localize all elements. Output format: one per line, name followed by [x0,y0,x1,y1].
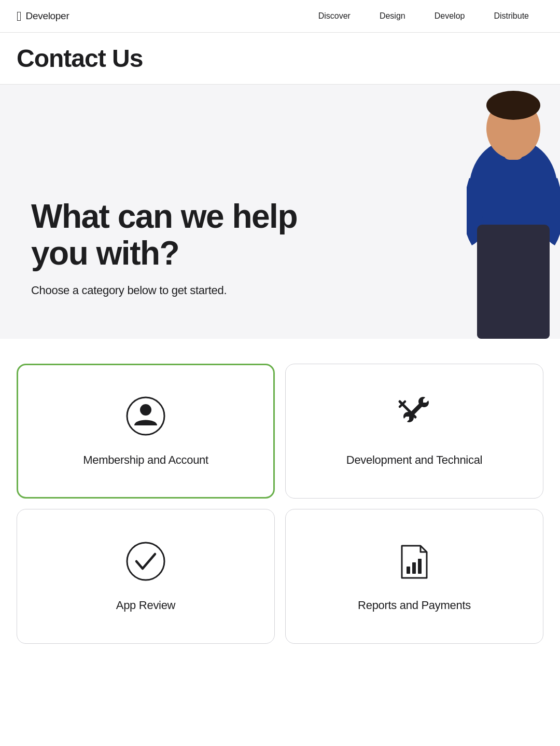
apple-logo-icon:  [17,9,22,23]
hero-title: What can we help you with? [31,198,342,271]
svg-rect-14 [418,559,422,574]
development-icon [394,395,435,439]
svg-point-7 [127,397,164,435]
category-membership-account[interactable]: Membership and Account [17,364,275,499]
hero-content: What can we help you with? Choose a cate… [0,157,560,339]
apple-developer-logo[interactable]:  Developer [17,9,69,23]
categories-section: Membership and Account Development and T… [0,339,560,669]
svg-point-11 [127,543,164,580]
svg-rect-13 [412,562,416,574]
logo-text: Developer [26,10,69,22]
svg-rect-12 [407,567,410,574]
reports-payments-label: Reports and Payments [358,599,471,612]
main-nav: Discover Design Develop Distribute [304,0,543,33]
membership-icon [125,395,166,439]
svg-point-8 [140,404,151,416]
hero-section: What can we help you with? Choose a cate… [0,85,560,339]
membership-account-label: Membership and Account [83,453,208,467]
nav-develop[interactable]: Develop [420,0,480,33]
app-review-label: App Review [116,599,175,612]
app-review-icon [125,541,166,584]
breadcrumb-area: Contact Us [0,33,560,85]
page-title: Contact Us [17,44,543,73]
development-technical-label: Development and Technical [346,453,482,467]
nav-design[interactable]: Design [365,0,420,33]
category-development-technical[interactable]: Development and Technical [285,364,543,499]
svg-point-3 [486,91,540,120]
category-reports-payments[interactable]: Reports and Payments [285,509,543,644]
hero-subtitle: Choose a category below to get started. [31,284,529,297]
category-app-review[interactable]: App Review [17,509,275,644]
reports-payments-icon [394,541,435,584]
categories-grid: Membership and Account Development and T… [17,364,543,644]
nav-discover[interactable]: Discover [304,0,365,33]
header:  Developer Discover Design Develop Dist… [0,0,560,33]
nav-distribute[interactable]: Distribute [479,0,543,33]
